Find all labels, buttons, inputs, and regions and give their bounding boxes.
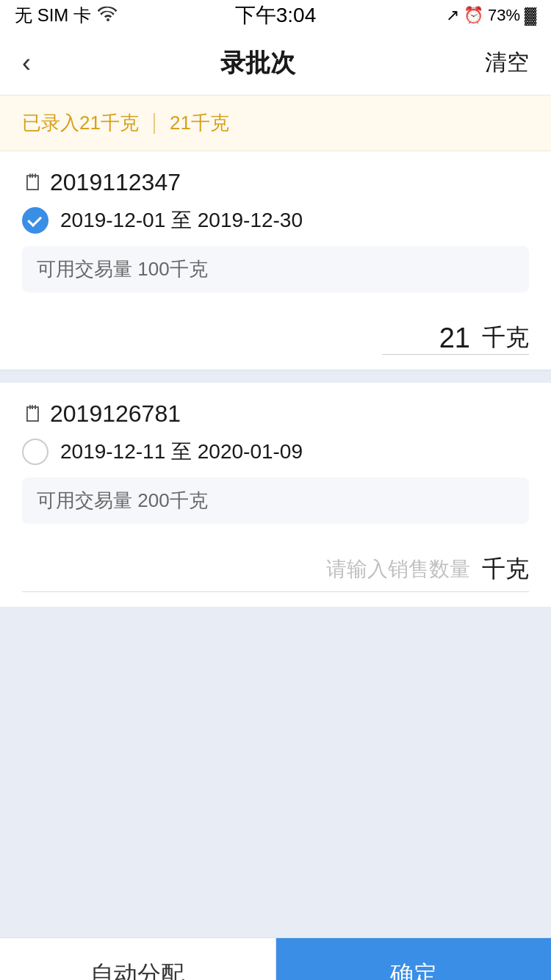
bottom-bar: 自动分配 确定	[0, 937, 551, 980]
batch2-input-inner: 请输入销售数量 千克	[22, 553, 529, 592]
nav-bar: ‹ 录批次 清空	[0, 31, 551, 96]
batch2-unit: 千克	[482, 553, 529, 586]
batch2-date: 2019-12-11 至 2020-01-09	[60, 438, 303, 466]
no-sim-text: 无 SIM 卡	[15, 4, 91, 27]
auto-distribute-button[interactable]: 自动分配	[0, 938, 276, 980]
batch2-id: 2019126781	[50, 400, 181, 428]
banner-amount: 21千克	[170, 110, 229, 136]
batch1-date: 2019-12-01 至 2019-12-30	[60, 206, 303, 234]
status-bar: 无 SIM 卡 下午3:04 ↗ ⏰ 73% ▓	[0, 0, 551, 31]
batch1-quantity-value: 21	[439, 323, 470, 354]
wifi-icon	[97, 5, 119, 26]
batch1-quantity-wrap: 21 千克	[0, 307, 551, 371]
batch1-date-row: 2019-12-01 至 2019-12-30	[22, 206, 529, 234]
page-title: 录批次	[220, 46, 295, 80]
location-icon: ↗	[446, 6, 459, 25]
batch2-available: 可用交易量 200千克	[22, 478, 529, 524]
batch1-underline	[382, 354, 529, 355]
batch2-header: 🗒 2019126781	[22, 400, 529, 428]
confirm-button[interactable]: 确定	[276, 938, 552, 980]
alarm-icon: ⏰	[464, 6, 483, 25]
batch1-available: 可用交易量 100千克	[22, 246, 529, 292]
battery-icon: ▓	[525, 6, 536, 25]
batch-item-1: 🗒 2019112347 2019-12-01 至 2019-12-30 可用交…	[0, 151, 551, 307]
banner-divider	[154, 113, 155, 134]
status-time: 下午3:04	[235, 1, 317, 29]
batch2-content: 🗒 2019126781 2019-12-11 至 2020-01-09 可用交…	[0, 383, 551, 538]
status-right: ↗ ⏰ 73% ▓	[446, 6, 536, 25]
info-banner: 已录入21千克 21千克	[0, 96, 551, 151]
battery-text: 73%	[488, 6, 520, 25]
batch1-unit: 千克	[482, 322, 529, 354]
batch1-id: 2019112347	[50, 169, 181, 196]
section-separator	[0, 371, 551, 383]
batch2-input-placeholder: 请输入销售数量	[326, 555, 470, 583]
back-button[interactable]: ‹	[22, 48, 31, 79]
batch1-radio[interactable]	[22, 207, 48, 234]
batch1-icon: 🗒	[22, 170, 44, 195]
batch2-input-wrap: 请输入销售数量 千克	[0, 538, 551, 607]
batch2-icon: 🗒	[22, 402, 44, 427]
empty-area	[0, 607, 551, 937]
batch2-radio[interactable]	[22, 439, 48, 465]
batch1-header: 🗒 2019112347	[22, 169, 529, 196]
content-area: 🗒 2019112347 2019-12-01 至 2019-12-30 可用交…	[0, 151, 551, 937]
recorded-info: 已录入21千克	[22, 110, 139, 136]
status-left: 无 SIM 卡	[15, 4, 119, 27]
batch1-quantity-inner: 21 千克	[22, 322, 529, 354]
batch2-date-row: 2019-12-11 至 2020-01-09	[22, 438, 529, 466]
batch-item-2: 🗒 2019126781 2019-12-11 至 2020-01-09 可用交…	[0, 383, 551, 607]
clear-button[interactable]: 清空	[485, 48, 529, 78]
